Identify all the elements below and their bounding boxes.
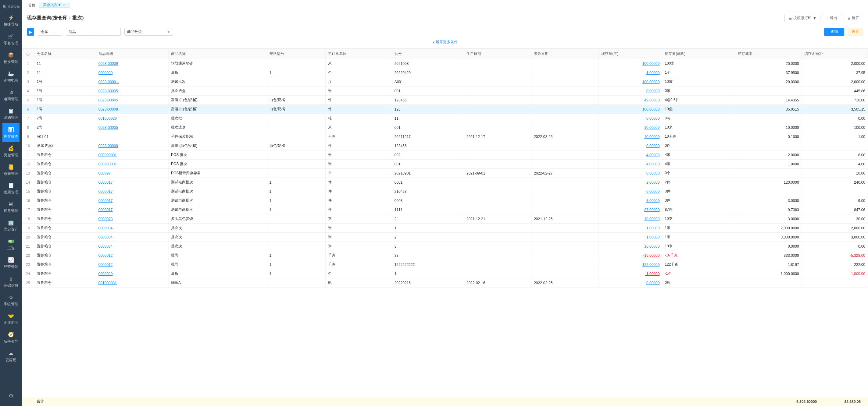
table-row[interactable]: 3 1号 0023-0000... 测试批次 斤 A001 100.00000 … xyxy=(22,77,868,87)
row-name: 批次框 xyxy=(168,114,267,123)
sidebar-item-icon-6: 📊 xyxy=(8,126,14,133)
table-row[interactable]: 4 1号 0023-00005 批次透盒 米 001 0.00000 0米 44… xyxy=(22,87,868,96)
row-code: 0023-00005 xyxy=(96,87,168,96)
sidebar-item-9[interactable]: 🧾发票管理 xyxy=(2,179,20,198)
sidebar-item-18[interactable]: ☁云应用 xyxy=(2,347,20,366)
sidebar-gear[interactable]: ⚙ xyxy=(0,390,22,402)
warehouse-filter[interactable]: 仓库 ... xyxy=(38,28,62,36)
expand-button[interactable]: ⊞ 展开 xyxy=(844,14,863,22)
sidebar-item-icon-14: ℹ xyxy=(10,276,12,282)
sidebar-item-0[interactable]: ⚡快捷导航 xyxy=(2,11,20,30)
filter-arrow[interactable]: ▶ xyxy=(27,28,34,36)
table-row[interactable]: 12 置鲁粮仓 000900001 POS 批次 米 001 4.00000 4… xyxy=(22,160,868,169)
product-filter[interactable]: 商品 ... xyxy=(66,28,121,36)
row-no: 8 xyxy=(22,123,34,132)
expand-conditions-btn[interactable]: ▾ 展开更多条件 xyxy=(431,38,459,46)
sidebar-item-label-12: 工资 xyxy=(7,246,14,251)
sidebar-item-2[interactable]: 📦批发管理 xyxy=(2,49,20,67)
row-name: 批次次 xyxy=(168,242,267,251)
tab-close-0[interactable]: ✕ xyxy=(63,3,66,7)
row-name: 测试电商批次 xyxy=(168,196,267,205)
table-row[interactable]: 25 置鲁粮仓 001000031 鲫鱼A 瓶 20220216 2022-02… xyxy=(22,278,868,287)
page-header: 现存量查询(按仓库＋批次) 🖨 按模版打印 ▼ ↑ 导出 ⊞ 展开 xyxy=(22,11,868,49)
table-row[interactable]: 21 置鲁粮仓 0000084 批次次 米 3 10.00000 10米 0.0… xyxy=(22,242,868,251)
row-prod-date: 2021-12-21 xyxy=(464,214,531,224)
col-qty-danger: 现存量(危险) xyxy=(662,49,735,59)
row-warehouse: 置鲁粮仓 xyxy=(34,224,96,233)
footer-total-qty: 6,302.60000 xyxy=(774,400,829,404)
sidebar-item-12[interactable]: 💵工资 xyxy=(2,235,20,254)
row-no: 16 xyxy=(22,196,34,205)
table-row[interactable]: 2 11 0000029 展板 1 个 20220429 1.00000 1个 … xyxy=(22,68,868,77)
table-row[interactable]: 23 置鲁粮仓 0000012 批号 1 千克 1222222222 122.0… xyxy=(22,260,868,269)
row-prod-date xyxy=(464,233,531,242)
table-row[interactable]: 16 置鲁粮仓 0000017 测试电商批次 1 件 0003 3.00000 … xyxy=(22,196,868,205)
category-filter[interactable]: 商品分类 ▼ xyxy=(124,28,173,36)
row-qty2: 10支 xyxy=(662,214,735,224)
table-row[interactable]: 13 置鲁粮仓 000097 POS显示库存异常 个 20210901 2021… xyxy=(22,169,868,178)
table-row[interactable]: 22 置鲁粮仓 0000012 批号 1 千克 33 -16.00000 -16… xyxy=(22,251,868,260)
sidebar-item-7[interactable]: 💰资金管理 xyxy=(2,142,20,161)
col-checkbox[interactable]: ⊙ xyxy=(22,49,34,59)
row-qty2: 100斤 xyxy=(662,77,735,87)
sidebar-item-11[interactable]: 🏢固定资产 xyxy=(2,216,20,235)
row-warehouse: 1号 xyxy=(34,87,96,96)
sidebar-item-13[interactable]: 📈经营管理 xyxy=(2,254,20,272)
sidebar-item-5[interactable]: 📋采购管理 xyxy=(2,105,20,123)
sidebar-item-3[interactable]: 🦢小鹅电商 xyxy=(2,68,20,86)
table-row[interactable]: 8 2号 0023-00005 批次透盒 米 001 10.00000 10米 … xyxy=(22,123,868,132)
sidebar-item-16[interactable]: 🤝企业协同 xyxy=(2,310,20,328)
table-row[interactable]: 1 11 0023-00009 软取通用地砖 米 2021098 100.000… xyxy=(22,59,868,68)
row-amount xyxy=(802,278,868,287)
page-title-row: 现存量查询(按仓库＋批次) 🖨 按模版打印 ▼ ↑ 导出 ⊞ 展开 xyxy=(27,14,863,22)
row-code: 0000017 xyxy=(96,205,168,214)
table-row[interactable]: 19 置鲁粮仓 0000084 批次次 米 1 1.00000 1米 2,000… xyxy=(22,224,868,233)
table-row[interactable]: 18 置鲁粮仓 0000078 多头黑色炭烧 支 2 2021-12-21 20… xyxy=(22,214,868,224)
table-row[interactable]: 9 A01-01 子件保质期站 千克 20211217 2021-12-17 2… xyxy=(22,132,868,141)
sidebar-item-10[interactable]: 🏛税务管理 xyxy=(2,198,20,216)
table-row[interactable]: 11 置鲁粮仓 000900001 POS 批次 米 002 4.00000 4… xyxy=(22,150,868,160)
print-button[interactable]: 🖨 按模版打印 ▼ xyxy=(784,14,820,22)
search-button[interactable]: 查询 xyxy=(824,28,844,36)
export-button[interactable]: ↑ 导出 xyxy=(823,14,841,22)
settings-button[interactable]: 设置 xyxy=(848,28,863,36)
row-prod-date xyxy=(464,269,531,278)
row-batch: 2021098 xyxy=(392,59,464,68)
sidebar-search[interactable]: 🔍 搜索菜单 xyxy=(0,2,22,11)
sidebar-item-17[interactable]: 🧭新手引导 xyxy=(2,328,20,347)
sidebar-item-icon-2: 📦 xyxy=(8,52,14,59)
sidebar-item-6[interactable]: 📊库存核查 xyxy=(2,123,20,142)
table-row[interactable]: 20 置鲁粮仓 0000084 批次次 米 2 1.00000 1米 3,000… xyxy=(22,233,868,242)
table-area[interactable]: ⊙ 仓库名称 商品编码 商品名称 规格型号 主计量单位 批号 生产日期 失效日期… xyxy=(22,49,868,397)
row-code xyxy=(96,132,168,141)
row-batch: 1111 xyxy=(392,205,464,214)
topnav-tab-0[interactable]: 库存批次▼✕ xyxy=(39,2,69,8)
row-spec: 1 xyxy=(267,205,326,214)
export-label: 导出 xyxy=(830,15,837,21)
table-row[interactable]: 6 1号 0023-00008 富磁 (白色/奶橘) 白色/奶橘 件 123 1… xyxy=(22,105,868,114)
table-row[interactable]: 17 置鲁粮仓 0000017 测试电商批次 1 件 1111 87.00000… xyxy=(22,205,868,214)
sidebar-item-14[interactable]: ℹ基础信息 xyxy=(2,273,20,291)
row-unit: 件 xyxy=(326,187,392,196)
sidebar-item-8[interactable]: 📒总账管理 xyxy=(2,161,20,179)
row-qty2: 4米 xyxy=(662,160,735,169)
row-prod-date xyxy=(464,114,531,123)
row-amount: 0.00 xyxy=(802,242,868,251)
table-row[interactable]: 10 测试透盒2 0023-00008 富磁 (白色/奶橘) 白色/奶橘 件 1… xyxy=(22,141,868,150)
sidebar-item-15[interactable]: ⚙系统管理 xyxy=(2,291,20,310)
table-row[interactable]: 15 置鲁粮仓 0000017 测试电商批次 1 件 210423 0.0000… xyxy=(22,187,868,196)
row-name: 富磁 (白色/奶橘) xyxy=(168,96,267,105)
row-code: 0023-00005 xyxy=(96,96,168,105)
sidebar-item-1[interactable]: 🛒零售管理 xyxy=(2,30,20,49)
table-row[interactable]: 7 2号 001000026 批次框 吨 11 0.00000 0吨 0.00 xyxy=(22,114,868,123)
sidebar-item-4[interactable]: 🖥电商管理 xyxy=(2,86,20,105)
row-qty: 1.00000 xyxy=(599,224,662,233)
table-row[interactable]: 14 置鲁粮仓 0000017 测试电商批次 1 件 0001 2.00000 … xyxy=(22,178,868,187)
row-name: 批次透盒 xyxy=(168,123,267,132)
row-warehouse: 测试透盒2 xyxy=(34,141,96,150)
table-row[interactable]: 5 1号 0023-00005 富磁 (白色/奶橘) 白色/奶橘 件 12345… xyxy=(22,96,868,105)
row-spec xyxy=(267,114,326,123)
sidebar-item-icon-11: 🏢 xyxy=(8,219,14,226)
topnav-home[interactable]: 首页 xyxy=(24,0,39,11)
table-row[interactable]: 24 置鲁粮仓 0000029 展板 1 个 1 -1.00000 -1个 1,… xyxy=(22,269,868,278)
